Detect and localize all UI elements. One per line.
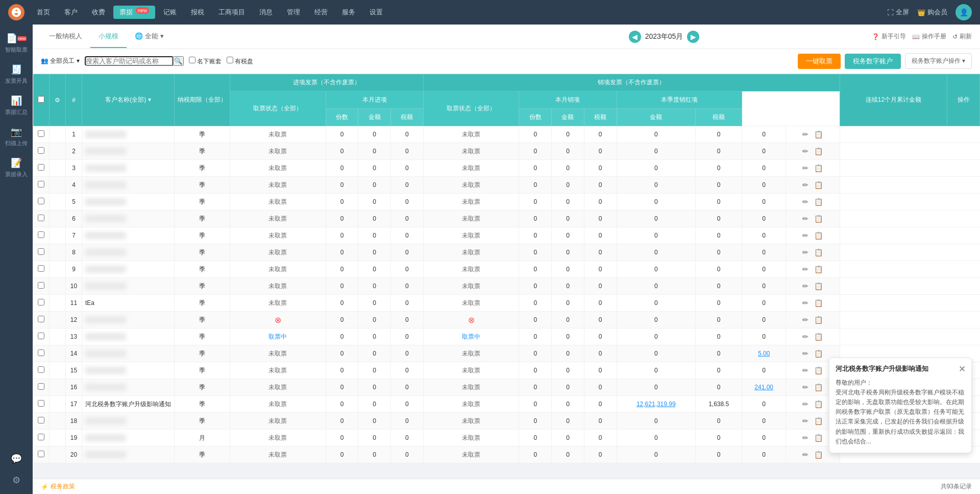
tab-all[interactable]: 🌐 全能 ▾ (127, 26, 172, 48)
edit-btn[interactable]: ✏ (800, 450, 811, 460)
copy-btn[interactable]: 📋 (812, 433, 825, 443)
row-checkbox[interactable] (38, 282, 44, 289)
one-key-ticket-btn[interactable]: 一键取票 (798, 54, 841, 69)
th-out-status[interactable]: 取票状态（全部） (423, 91, 519, 126)
edit-btn[interactable]: ✏ (800, 197, 811, 207)
nav-tax[interactable]: 报税 (185, 6, 210, 19)
row-checkbox[interactable] (38, 316, 44, 322)
has-tax-checkbox[interactable] (227, 57, 233, 63)
edit-btn[interactable]: ✏ (800, 416, 811, 426)
edit-btn[interactable]: ✏ (800, 332, 811, 342)
edit-btn[interactable]: ✏ (800, 399, 811, 409)
edit-btn[interactable]: ✏ (800, 281, 811, 291)
row-checkbox[interactable] (38, 164, 44, 171)
row-checkbox[interactable] (38, 299, 44, 305)
edit-btn[interactable]: ✏ (800, 264, 811, 274)
copy-btn[interactable]: 📋 (812, 214, 825, 224)
nav-home[interactable]: 首页 (31, 6, 56, 19)
client-search-input[interactable] (85, 56, 173, 66)
sidebar-item-settings[interactable]: ⚙ (0, 471, 33, 490)
operation-manual-btn[interactable]: 📖 操作手册 (912, 32, 946, 41)
down-account-checkbox[interactable] (189, 57, 195, 63)
copy-btn[interactable]: 📋 (812, 230, 825, 241)
nav-invoice[interactable]: 票据 new (113, 6, 155, 19)
edit-btn[interactable]: ✏ (800, 382, 811, 392)
nav-accounting[interactable]: 记账 (157, 6, 183, 19)
row-checkbox[interactable] (38, 333, 44, 339)
nav-manage[interactable]: 管理 (281, 6, 306, 19)
copy-btn[interactable]: 📋 (812, 163, 825, 173)
nav-business[interactable]: 工商项目 (212, 6, 251, 19)
copy-btn[interactable]: 📋 (812, 146, 825, 156)
tax-digital-account-btn[interactable]: 税务数字账户 (845, 54, 901, 69)
sidebar-item-ticket-summary[interactable]: 📊 票据汇总 (0, 91, 33, 120)
copy-btn[interactable]: 📋 (812, 264, 825, 274)
nav-service[interactable]: 服务 (336, 6, 361, 19)
sidebar-item-ticket-entry[interactable]: 📝 票据录入 (0, 153, 33, 182)
sidebar-item-smart-ticket[interactable]: 📄new 智能取票 (0, 29, 33, 58)
has-tax-checkbox-label[interactable]: 有税盘 (227, 57, 253, 66)
edit-btn[interactable]: ✏ (800, 247, 811, 257)
new-user-guide-btn[interactable]: ❓ 新手引导 (872, 32, 906, 41)
edit-btn[interactable]: ✏ (800, 163, 811, 173)
date-next-btn[interactable]: ▶ (687, 31, 699, 43)
th-client-name[interactable]: 客户名称(全部) ▾ (82, 74, 175, 126)
vip-btn[interactable]: 👑 购会员 (917, 8, 947, 17)
notification-close-btn[interactable]: ✕ (959, 364, 965, 374)
row-checkbox[interactable] (38, 383, 44, 390)
edit-btn[interactable]: ✏ (800, 433, 811, 443)
copy-btn[interactable]: 📋 (812, 197, 825, 207)
row-checkbox[interactable] (38, 231, 44, 238)
row-checkbox[interactable] (38, 265, 44, 272)
row-checkbox[interactable] (38, 147, 44, 154)
copy-btn[interactable]: 📋 (812, 399, 825, 409)
employee-filter[interactable]: 👥 全部员工 ▾ (41, 57, 80, 65)
copy-btn[interactable]: 📋 (812, 315, 825, 325)
edit-btn[interactable]: ✏ (800, 214, 811, 224)
edit-btn[interactable]: ✏ (800, 298, 811, 308)
row-checkbox[interactable] (38, 434, 44, 440)
refresh-btn[interactable]: ↺ 刷新 (952, 32, 972, 41)
edit-btn[interactable]: ✏ (800, 230, 811, 241)
date-prev-btn[interactable]: ◀ (629, 31, 641, 43)
edit-btn[interactable]: ✏ (800, 348, 811, 359)
settings-cog-icon[interactable]: ⚙ (55, 97, 60, 104)
user-avatar[interactable]: 👤 (955, 4, 972, 20)
down-account-checkbox-label[interactable]: 名下账套 (189, 57, 222, 66)
select-all-checkbox[interactable] (38, 96, 44, 103)
copy-btn[interactable]: 📋 (812, 247, 825, 257)
copy-btn[interactable]: 📋 (812, 416, 825, 426)
cum-amount-highlight[interactable]: 241.00 (754, 384, 773, 391)
nav-operation[interactable]: 经营 (308, 6, 334, 19)
row-checkbox[interactable] (38, 181, 44, 187)
tax-digital-ops-btn[interactable]: 税务数字账户操作 ▾ (905, 53, 972, 69)
sidebar-item-scan-upload[interactable]: 📷 扫描上传 (0, 122, 33, 151)
ret-amount-highlight[interactable]: 12,621,319.99 (636, 401, 676, 408)
sidebar-item-message[interactable]: 💬 (0, 449, 33, 468)
edit-btn[interactable]: ✏ (800, 365, 811, 375)
row-checkbox[interactable] (38, 130, 44, 137)
sidebar-item-invoice-open[interactable]: 🧾 发票开具 (0, 60, 33, 89)
row-checkbox[interactable] (38, 248, 44, 255)
th-tax-quota[interactable]: 纳税期限（全部） (175, 74, 230, 126)
tab-general-taxpayer[interactable]: 一般纳税人 (41, 26, 90, 48)
th-in-status[interactable]: 取票状态（全部） (230, 91, 326, 126)
search-button[interactable]: 🔍 (173, 56, 184, 66)
tax-policy-link[interactable]: ⚡ 税务政策 (41, 482, 75, 491)
edit-btn[interactable]: ✏ (800, 129, 811, 139)
row-checkbox[interactable] (38, 198, 44, 204)
row-checkbox[interactable] (38, 417, 44, 424)
nav-settings[interactable]: 设置 (363, 6, 389, 19)
copy-btn[interactable]: 📋 (812, 298, 825, 308)
nav-fee[interactable]: 收费 (86, 6, 111, 19)
row-checkbox[interactable] (38, 349, 44, 356)
copy-btn[interactable]: 📋 (812, 281, 825, 291)
copy-btn[interactable]: 📋 (812, 450, 825, 460)
row-checkbox[interactable] (38, 366, 44, 373)
copy-btn[interactable]: 📋 (812, 332, 825, 342)
fullscreen-btn[interactable]: ⛶ 全屏 (887, 8, 909, 17)
row-checkbox[interactable] (38, 451, 44, 457)
edit-btn[interactable]: ✏ (800, 146, 811, 156)
row-checkbox[interactable] (38, 400, 44, 407)
copy-btn[interactable]: 📋 (812, 180, 825, 190)
